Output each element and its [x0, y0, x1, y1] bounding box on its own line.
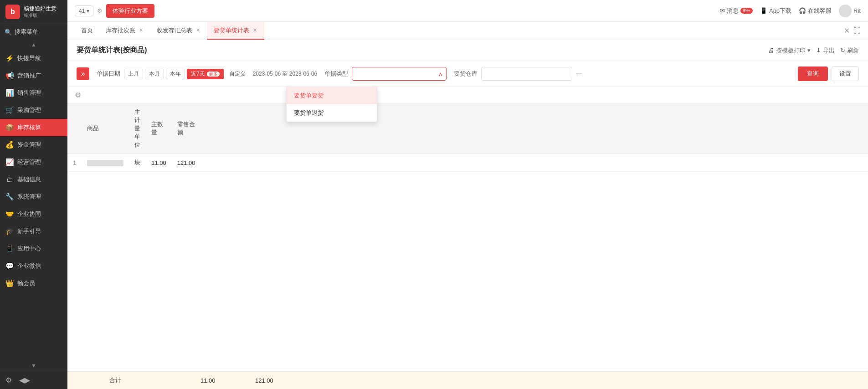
type-select-input[interactable] — [352, 67, 447, 81]
phone-icon: 📱 — [760, 7, 767, 14]
sidebar-bottom: ⚙ ◀▶ — [0, 371, 67, 389]
inventory-icon: 📦 — [5, 123, 14, 132]
refresh-icon: ↻ — [840, 47, 845, 54]
sidebar-item-sales[interactable]: 📊 销售管理 — [0, 84, 67, 102]
sidebar-nav: ⚡ 快捷导航 📢 营销推广 📊 销售管理 🛒 采购管理 📦 库存核算 💰 资金管… — [0, 50, 67, 361]
sidebar-scroll-up[interactable]: ▲ — [0, 40, 67, 50]
settings-button[interactable]: 设置 — [832, 67, 859, 81]
footer-quantity: 11.00 — [200, 377, 255, 384]
cell-product — [82, 154, 129, 172]
sidebar-item-operations[interactable]: 📈 经营管理 — [0, 154, 67, 171]
table-footer: 合计 11.00 121.00 — [67, 371, 868, 389]
date-label: 单据日期 — [97, 70, 120, 78]
type-label: 单据类型 — [324, 70, 348, 78]
settings-bottom-icon[interactable]: ⚙ — [5, 376, 12, 384]
footer-label: 合计 — [73, 376, 200, 384]
online-service-item[interactable]: 🎧 在线客服 — [799, 7, 832, 15]
col-header-quantity: 主数量 — [146, 103, 172, 154]
date-filter-group: 单据日期 上月 本月 本年 近7天更多 自定义 2023-05-06 至 202… — [97, 69, 317, 79]
sidebar-item-member[interactable]: 👑 畅会员 — [0, 275, 67, 292]
tab-inventory-batch[interactable]: 库存批次账 ✕ — [99, 22, 150, 40]
app-download-item[interactable]: 📱 App下载 — [760, 7, 791, 15]
user-avatar-item[interactable]: Rit — [839, 5, 861, 17]
refresh-link[interactable]: ↻ 刷新 — [840, 46, 859, 55]
dropdown-item-order-goods[interactable]: 要货单要货 — [287, 87, 377, 104]
col-header-amount: 零售金额 — [172, 103, 201, 154]
settings-gear-icon[interactable]: ⚙ — [97, 7, 103, 14]
sidebar-item-enterprise[interactable]: 🤝 企业协同 — [0, 205, 67, 223]
dropdown-item-order-return[interactable]: 要货单退货 — [287, 104, 377, 122]
messages-icon: ✉ — [720, 7, 725, 14]
table-row: 1 块 11.00 121.00 — [67, 154, 868, 172]
quick-nav-icon: ⚡ — [5, 54, 14, 62]
col-header-unit: 主计量单位 — [129, 103, 146, 154]
tab-order-summary[interactable]: 要货单统计表 ✕ — [207, 22, 264, 40]
cell-index: 1 — [67, 154, 82, 172]
table-settings-icon[interactable]: ⚙ — [75, 91, 81, 99]
tab-close-order-summary[interactable]: ✕ — [252, 26, 258, 34]
print-template-link[interactable]: 🖨 按模板打印 ▾ — [768, 46, 811, 55]
tab-close-inventory-batch[interactable]: ✕ — [138, 26, 144, 34]
filter-actions: 查询 设置 — [798, 67, 859, 81]
page-header: 要货单统计表(按商品) 🖨 按模板打印 ▾ ⬇ 导出 ↻ 刷新 — [67, 40, 868, 61]
close-all-icon[interactable]: ✕ — [844, 26, 850, 35]
table-header-row: 商品 主计量单位 主数量 零售金额 — [67, 103, 868, 154]
company-selector[interactable]: 41 ▾ — [75, 5, 93, 16]
filter-expand-button[interactable]: » — [77, 67, 89, 80]
logo-icon: b — [5, 5, 20, 19]
date-range-display: 2023-05-06 至 2023-06-06 — [253, 70, 317, 78]
query-button[interactable]: 查询 — [798, 67, 828, 81]
warehouse-filter-group: 要货仓库 ··· — [454, 67, 582, 81]
tab-close-receive-summary[interactable]: ✕ — [195, 26, 201, 34]
search-icon: 🔍 — [5, 29, 12, 36]
date-btn-custom[interactable]: 自定义 — [226, 69, 249, 79]
messages-item[interactable]: ✉ 消息 99+ — [720, 7, 753, 15]
cell-extra — [201, 154, 868, 172]
sidebar-item-purchase[interactable]: 🛒 采购管理 — [0, 102, 67, 119]
main-content: 41 ▾ ⚙ 体验行业方案 ✉ 消息 99+ 📱 App下载 🎧 在线客服 R — [67, 0, 868, 389]
sidebar-item-system[interactable]: 🔧 系统管理 — [0, 188, 67, 205]
topbar: 41 ▾ ⚙ 体验行业方案 ✉ 消息 99+ 📱 App下载 🎧 在线客服 R — [67, 0, 868, 22]
sidebar: b 畅捷通好生意 标准版 🔍 搜索菜单 ▲ ⚡ 快捷导航 📢 营销推广 📊 销售… — [0, 0, 67, 389]
expand-tabs-icon[interactable]: ⛶ — [853, 27, 861, 35]
product-placeholder — [87, 160, 123, 166]
sidebar-item-basic[interactable]: 🗂 基础信息 — [0, 171, 67, 188]
sidebar-item-wechat[interactable]: 💬 企业微信 — [0, 257, 67, 275]
basic-icon: 🗂 — [5, 175, 14, 184]
finance-icon: 💰 — [5, 141, 14, 149]
tab-receive-summary[interactable]: 收发存汇总表 ✕ — [150, 22, 207, 40]
sidebar-item-quick-nav[interactable]: ⚡ 快捷导航 — [0, 50, 67, 67]
sales-icon: 📊 — [5, 89, 14, 97]
col-header-index — [67, 103, 82, 154]
collapse-icon[interactable]: ◀▶ — [19, 376, 30, 384]
print-icon: 🖨 — [768, 47, 774, 54]
sidebar-item-marketing[interactable]: 📢 营销推广 — [0, 67, 67, 84]
date-btn-more[interactable]: 近7天更多 — [187, 69, 224, 79]
cell-unit: 块 — [129, 154, 146, 172]
cell-quantity: 11.00 — [146, 154, 172, 172]
warehouse-label: 要货仓库 — [454, 70, 478, 78]
tabbar-actions: ✕ ⛶ — [844, 26, 861, 35]
cell-amount: 121.00 — [172, 154, 201, 172]
date-btn-this-month[interactable]: 本月 — [145, 69, 164, 79]
sidebar-item-app-center[interactable]: 📱 应用中心 — [0, 240, 67, 257]
trial-button[interactable]: 体验行业方案 — [106, 4, 154, 18]
filter-bar: » 单据日期 上月 本月 本年 近7天更多 自定义 2023-05-06 至 2… — [67, 61, 868, 87]
tab-home[interactable]: 首页 — [75, 22, 99, 40]
sidebar-item-guide[interactable]: 🎓 新手引导 — [0, 223, 67, 240]
sidebar-item-finance[interactable]: 💰 资金管理 — [0, 136, 67, 154]
export-link[interactable]: ⬇ 导出 — [816, 46, 835, 55]
purchase-icon: 🛒 — [5, 106, 14, 114]
date-shortcuts: 上月 本月 本年 近7天更多 自定义 — [124, 69, 249, 79]
service-icon: 🎧 — [799, 7, 806, 14]
topbar-right: ✉ 消息 99+ 📱 App下载 🎧 在线客服 Rit — [720, 5, 861, 17]
sidebar-search[interactable]: 🔍 搜索菜单 — [0, 24, 67, 40]
date-btn-this-year[interactable]: 本年 — [166, 69, 185, 79]
more-filter-icon[interactable]: ··· — [576, 70, 582, 78]
warehouse-input[interactable] — [481, 67, 572, 81]
app-center-icon: 📱 — [5, 245, 14, 253]
sidebar-scroll-down[interactable]: ▼ — [0, 361, 67, 371]
sidebar-item-inventory[interactable]: 📦 库存核算 — [0, 119, 67, 136]
col-header-product: 商品 — [82, 103, 129, 154]
date-btn-up-month[interactable]: 上月 — [124, 69, 143, 79]
